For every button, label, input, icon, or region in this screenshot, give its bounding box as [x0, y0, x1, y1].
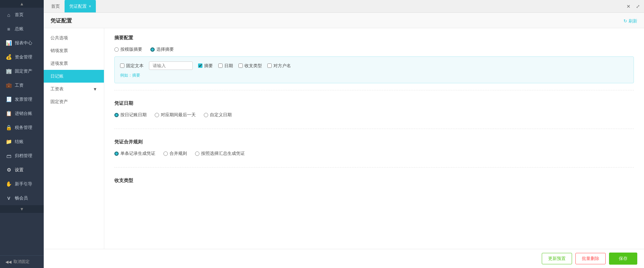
- batch-delete-button[interactable]: 批量删除: [575, 253, 606, 264]
- date-section: 凭证日期 按日记账日期 对应期间最后一天 自定义日期: [114, 100, 634, 129]
- sidebar-scroll-down[interactable]: ▼: [0, 205, 44, 213]
- guide-icon: ✋: [5, 181, 12, 187]
- receipt-type-section: 收支类型: [114, 178, 634, 196]
- nav-purchase-invoice[interactable]: 进项发票: [44, 57, 104, 70]
- sidebar-scroll-up[interactable]: ▲: [0, 0, 44, 8]
- sidebar-item-vip[interactable]: V 畅会员: [0, 191, 44, 205]
- merge-radio1-input[interactable]: [114, 151, 119, 156]
- reports-icon: 📊: [5, 40, 12, 46]
- merge-section: 凭证合并规则 单条记录生成凭证 合并规则 按照选择汇总生成凭证: [114, 139, 634, 168]
- sidebar-item-purchase[interactable]: 📋 进销台账: [0, 106, 44, 121]
- sidebar-item-settings[interactable]: ⚙ 设置: [0, 163, 44, 177]
- checkbox-date-input[interactable]: [218, 63, 223, 68]
- merge-title: 凭证合并规则: [114, 139, 634, 145]
- checkbox-counterpart[interactable]: 对方户名: [267, 63, 291, 69]
- nav-journal[interactable]: 日记账: [44, 70, 104, 83]
- ledger-icon: ≡: [5, 26, 12, 32]
- radio-template[interactable]: [114, 47, 119, 52]
- sidebar-item-ledger[interactable]: ≡ 总账: [0, 22, 44, 36]
- summary-section: 摘要配置 按模版摘要 选择摘要 固定文本: [114, 35, 634, 90]
- sidebar-item-settle[interactable]: 📁 结账: [0, 135, 44, 149]
- sidebar-item-invoices[interactable]: 🧾 发票管理: [0, 92, 44, 106]
- save-button[interactable]: 保存: [609, 253, 637, 265]
- tax-icon: 🔒: [5, 125, 12, 131]
- checkbox-fixed-text-input[interactable]: [120, 63, 124, 68]
- page-header: 凭证配置 ↻ 刷新: [44, 13, 644, 28]
- date-radio1[interactable]: 按日记账日期: [114, 112, 147, 118]
- update-preview-button[interactable]: 更新预置: [542, 253, 572, 264]
- page-title: 凭证配置: [50, 17, 72, 25]
- nav-sales-invoice[interactable]: 销项发票: [44, 44, 104, 57]
- settings-icon: ⚙: [5, 167, 12, 173]
- summary-radio-group: 按模版摘要 选择摘要: [114, 46, 634, 52]
- merge-radio3[interactable]: 按照选择汇总生成凭证: [195, 150, 245, 157]
- sidebar-item-archive[interactable]: 🗃 归档管理: [0, 149, 44, 163]
- summary-title: 摘要配置: [114, 35, 634, 41]
- refresh-button[interactable]: ↻ 刷新: [623, 18, 637, 24]
- summary-checkboxes-row: 固定文本 摘要 日期 收支类型: [120, 61, 628, 70]
- sidebar-item-fixed[interactable]: 🏢 固定资产: [0, 64, 44, 78]
- merge-radio3-input[interactable]: [195, 151, 199, 156]
- pin-icon: ◀◀: [5, 260, 11, 264]
- funds-icon: 💰: [5, 54, 12, 60]
- tab-voucher-config[interactable]: 凭证配置 ×: [65, 0, 96, 12]
- sidebar-item-reports[interactable]: 📊 报表中心: [0, 36, 44, 50]
- checkbox-counterpart-input[interactable]: [267, 63, 272, 68]
- sidebar-item-tax[interactable]: 🔒 税务管理: [0, 121, 44, 135]
- summary-example: 例如：摘要: [120, 73, 628, 78]
- date-radio1-input[interactable]: [114, 113, 119, 117]
- date-radio3-input[interactable]: [204, 113, 208, 117]
- merge-radio2-input[interactable]: [163, 151, 168, 156]
- window-expand-button[interactable]: ⤢: [635, 3, 641, 10]
- summary-radio-template[interactable]: 按模版摘要: [114, 46, 142, 52]
- invoices-icon: 🧾: [5, 96, 12, 102]
- sidebar-item-guide[interactable]: ✋ 新手引导: [0, 177, 44, 191]
- radio-select[interactable]: [150, 47, 155, 52]
- summary-config-box: 固定文本 摘要 日期 收支类型: [114, 56, 634, 83]
- wages-icon: 💼: [5, 82, 12, 88]
- checkbox-date[interactable]: 日期: [218, 63, 233, 69]
- settle-icon: 📁: [5, 139, 12, 145]
- merge-radio2[interactable]: 合并规则: [163, 150, 187, 157]
- date-radio-group: 按日记账日期 对应期间最后一天 自定义日期: [114, 112, 634, 118]
- merge-radio1[interactable]: 单条记录生成凭证: [114, 150, 155, 157]
- date-title: 凭证日期: [114, 100, 634, 106]
- fixed-text-input[interactable]: [149, 61, 193, 70]
- fixed-icon: 🏢: [5, 68, 12, 74]
- tab-bar: 首页 凭证配置 × ✕ ⤢: [44, 0, 644, 13]
- merge-radio-group: 单条记录生成凭证 合并规则 按照选择汇总生成凭证: [114, 150, 634, 157]
- vip-icon: V: [5, 196, 12, 201]
- tab-home[interactable]: 首页: [46, 0, 65, 12]
- date-radio2[interactable]: 对应期间最后一天: [155, 112, 196, 118]
- refresh-icon: ↻: [623, 18, 627, 24]
- payroll-expand-icon: ▼: [93, 87, 97, 92]
- purchase-icon: 📋: [5, 110, 12, 117]
- content-layout: 公共选项 销项发票 进项发票 日记账 工资表 ▼ 固定资产 摘要配置: [44, 28, 644, 249]
- checkbox-summary-input[interactable]: [198, 63, 202, 68]
- left-nav: 公共选项 销项发票 进项发票 日记账 工资表 ▼ 固定资产: [44, 28, 104, 249]
- checkbox-summary[interactable]: 摘要: [198, 63, 213, 69]
- checkbox-type-input[interactable]: [238, 63, 243, 68]
- sidebar-item-home[interactable]: ⌂ 首页: [0, 8, 44, 22]
- home-icon: ⌂: [5, 12, 12, 18]
- checkbox-type[interactable]: 收支类型: [238, 63, 262, 69]
- sidebar-pin-toggle[interactable]: ◀◀ 取消固定: [0, 255, 44, 268]
- summary-radio-select[interactable]: 选择摘要: [150, 46, 174, 52]
- main-area: 首页 凭证配置 × ✕ ⤢ 凭证配置 ↻ 刷新 公共选项 销项发票 进: [44, 0, 644, 268]
- nav-public[interactable]: 公共选项: [44, 32, 104, 44]
- nav-fixed-assets[interactable]: 固定资产: [44, 95, 104, 108]
- checkbox-fixed-text[interactable]: 固定文本: [120, 63, 144, 69]
- tab-close-button[interactable]: ×: [89, 4, 91, 9]
- archive-icon: 🗃: [5, 153, 12, 159]
- tab-bar-actions: ✕ ⤢: [625, 3, 641, 10]
- sidebar-item-funds[interactable]: 💰 资金管理: [0, 50, 44, 64]
- sidebar: ▲ ⌂ 首页 ≡ 总账 📊 报表中心 💰 资金管理 🏢 固定资产 💼 工资 🧾 …: [0, 0, 44, 268]
- window-close-button[interactable]: ✕: [625, 3, 632, 10]
- date-radio2-input[interactable]: [155, 113, 159, 117]
- receipt-type-title: 收支类型: [114, 178, 634, 184]
- date-radio3[interactable]: 自定义日期: [204, 112, 232, 118]
- sidebar-item-wages[interactable]: 💼 工资: [0, 78, 44, 92]
- right-content: 摘要配置 按模版摘要 选择摘要 固定文本: [104, 28, 644, 249]
- bottom-bar: 更新预置 批量删除 保存: [44, 249, 644, 268]
- nav-payroll[interactable]: 工资表 ▼: [44, 83, 104, 95]
